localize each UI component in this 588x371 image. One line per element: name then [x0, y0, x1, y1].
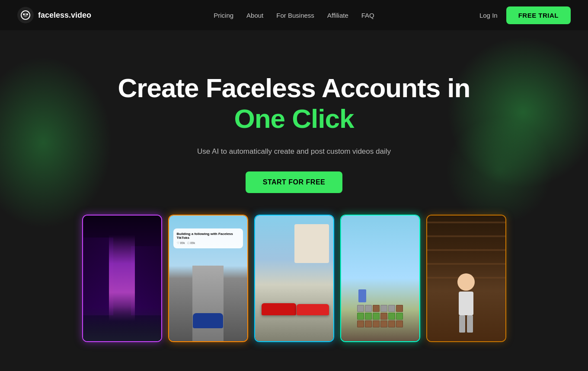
nav-pricing[interactable]: Pricing: [214, 12, 233, 19]
hero-subtitle: Use AI to automatically create and post …: [197, 147, 391, 156]
nav-about[interactable]: About: [246, 12, 263, 19]
hero-content: Create Faceless Accounts in One Click Us…: [118, 30, 470, 193]
mc-block: [373, 313, 380, 320]
mc-block: [357, 320, 364, 327]
free-trial-button[interactable]: FREE TRIAL: [506, 6, 571, 24]
nav-for-business[interactable]: For Business: [276, 12, 314, 19]
child-body: [459, 292, 473, 315]
child-figure: [457, 273, 475, 333]
glow-left: [0, 56, 112, 229]
child-leg-right: [467, 315, 473, 333]
car-overlay-title: Building a following with Faceless TikTo…: [177, 232, 240, 240]
mc-blocks: [345, 305, 415, 328]
nav-links: Pricing About For Business Affiliate FAQ: [214, 12, 374, 19]
mc-block: [357, 313, 364, 320]
hero-title-line2: One Click: [118, 103, 470, 135]
mc-block: [373, 305, 380, 312]
car-shape: [193, 313, 223, 328]
nav-affiliate[interactable]: Affiliate: [327, 12, 348, 19]
thumbnail-ferrari[interactable]: [254, 215, 334, 342]
mc-block: [380, 313, 387, 320]
thumbnail-minecraft[interactable]: [340, 215, 420, 342]
mc-block: [365, 305, 372, 312]
logo-icon: [17, 7, 34, 23]
mc-block: [373, 320, 380, 327]
hero-title-line1: Create Faceless Accounts in: [118, 73, 470, 103]
car-likes: ♡ 89k: [177, 241, 185, 245]
child-head: [457, 273, 475, 291]
mc-block: [396, 305, 403, 312]
login-button[interactable]: Log In: [479, 12, 498, 19]
car-overlay-stats: ♡ 89k □ 89k: [177, 241, 240, 245]
car-road: [192, 266, 224, 341]
car-comments: □ 89k: [188, 241, 195, 245]
thumbnail-child-figure[interactable]: [426, 215, 506, 342]
ferrari-car2: [297, 304, 329, 315]
mc-block: [396, 313, 403, 320]
mc-block: [365, 320, 372, 327]
thumbnail-cyber-city[interactable]: [82, 215, 162, 342]
mc-block: [380, 320, 387, 327]
thumbnails-row: Building a following with Faceless TikTo…: [82, 215, 506, 342]
child-legs: [459, 315, 473, 333]
logo-text: faceless.video: [38, 11, 91, 20]
mc-block: [365, 313, 372, 320]
nav-faq[interactable]: FAQ: [361, 12, 374, 19]
mc-block: [396, 320, 403, 327]
cyber-buildings-left: [83, 238, 113, 315]
nav-right: Log In FREE TRIAL: [479, 6, 571, 24]
car-overlay-card: Building a following with Faceless TikTo…: [173, 228, 243, 248]
mc-block: [388, 320, 395, 327]
start-for-free-button[interactable]: START FOR FREE: [246, 171, 342, 193]
hero-section: Create Faceless Accounts in One Click Us…: [0, 30, 588, 371]
mc-block: [357, 305, 364, 312]
ferrari-house: [294, 224, 329, 263]
svg-point-2: [23, 13, 25, 15]
thumbnail-car-track[interactable]: Building a following with Faceless TikTo…: [168, 215, 248, 342]
ferrari-car1: [262, 303, 296, 315]
mc-block: [388, 313, 395, 320]
hero-title: Create Faceless Accounts in One Click: [118, 73, 470, 135]
navigation: faceless.video Pricing About For Busines…: [0, 0, 588, 30]
logo[interactable]: faceless.video: [17, 7, 91, 23]
mc-block: [380, 305, 387, 312]
cyber-road: [83, 307, 161, 341]
child-leg-left: [459, 315, 465, 333]
mc-block: [388, 305, 395, 312]
svg-point-3: [26, 13, 28, 15]
cyber-buildings-right: [131, 246, 161, 315]
mc-figure: [358, 289, 366, 302]
